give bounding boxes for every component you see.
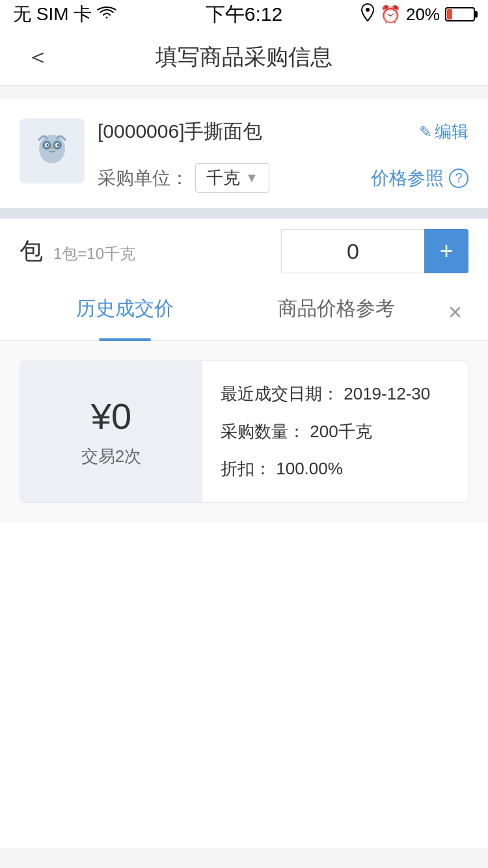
dropdown-arrow-icon: ▼ — [245, 170, 258, 185]
recent-date-value: 2019-12-30 — [344, 384, 430, 403]
alarm-icon: ⏰ — [380, 5, 401, 25]
quantity-input[interactable] — [281, 229, 424, 273]
product-name-row: [0000006]手撕面包 ✎ 编辑 — [98, 118, 468, 145]
history-trades: 交易2次 — [81, 445, 141, 468]
product-header: [0000006]手撕面包 ✎ 编辑 采购单位： 千克 ▼ 价格参照 ? — [20, 118, 468, 193]
quantity-row: 包 1包=10千克 + — [0, 219, 488, 284]
help-icon: ? — [449, 169, 468, 188]
history-content: ¥0 交易2次 最近成交日期： 2019-12-30 采购数量： 200千克 折… — [0, 341, 488, 522]
quantity-label: 包 1包=10千克 — [20, 236, 135, 267]
product-image — [20, 118, 85, 183]
edit-label: 编辑 — [435, 120, 468, 143]
tab-history-price[interactable]: 历史成交价 — [20, 284, 230, 341]
purchase-quantity-value: 200千克 — [310, 422, 372, 441]
quantity-row-detail: 采购数量： 200千克 — [221, 418, 450, 446]
product-unit-row: 采购单位： 千克 ▼ 价格参照 ? — [98, 163, 468, 193]
history-price: ¥0 — [91, 395, 131, 437]
discount-value: 100.00% — [276, 459, 343, 478]
unit-value: 千克 — [206, 167, 240, 189]
product-info: [0000006]手撕面包 ✎ 编辑 采购单位： 千克 ▼ 价格参照 ? — [98, 118, 468, 193]
product-name: [0000006]手撕面包 — [98, 118, 262, 145]
recent-date-row: 最近成交日期： 2019-12-30 — [221, 381, 450, 408]
price-symbol: ¥ — [91, 396, 111, 437]
nav-bar: ＜ 填写商品采购信息 — [0, 29, 488, 86]
carrier-text: 无 SIM 卡 — [13, 2, 92, 27]
history-card: ¥0 交易2次 最近成交日期： 2019-12-30 采购数量： 200千克 折… — [20, 360, 468, 503]
svg-point-6 — [47, 144, 49, 146]
gray-divider — [0, 208, 488, 219]
quantity-input-wrapper: + — [281, 229, 468, 273]
battery-percent: 20% — [406, 5, 440, 25]
tabs-header: 历史成交价 商品价格参考 × — [0, 284, 488, 341]
location-icon — [360, 3, 375, 26]
product-thumbnail — [33, 128, 72, 174]
discount-row: 折扣： 100.00% — [221, 455, 450, 483]
status-left: 无 SIM 卡 — [13, 2, 116, 27]
price-ref-button[interactable]: 价格参照 ? — [371, 166, 468, 191]
back-button[interactable]: ＜ — [20, 34, 56, 79]
status-right: ⏰ 20% — [360, 3, 475, 26]
tab-history-label: 历史成交价 — [76, 295, 174, 322]
purchase-quantity-label: 采购数量： — [221, 422, 305, 441]
page-title: 填写商品采购信息 — [156, 42, 332, 72]
discount-label: 折扣： — [221, 459, 271, 478]
wifi-icon — [97, 4, 116, 25]
unit-select[interactable]: 千克 ▼ — [195, 163, 269, 193]
bottom-area — [0, 522, 488, 848]
plus-icon: + — [439, 237, 453, 265]
price-ref-label: 价格参照 — [371, 166, 444, 191]
tabs-panel: 历史成交价 商品价格参考 × ¥0 交易2次 最近成交日期： 2019-12-3… — [0, 284, 488, 522]
plus-button[interactable]: + — [424, 229, 468, 273]
edit-button[interactable]: ✎ 编辑 — [419, 120, 468, 143]
tab-price-ref-label: 商品价格参考 — [278, 295, 395, 322]
quantity-unit-small: 1包=10千克 — [53, 243, 135, 264]
tabs-close-button[interactable]: × — [442, 292, 468, 332]
status-bar: 无 SIM 卡 下午6:12 ⏰ 20% — [0, 0, 488, 29]
edit-icon: ✎ — [419, 123, 432, 141]
svg-point-7 — [57, 144, 59, 146]
svg-point-0 — [366, 8, 370, 12]
price-number: 0 — [111, 396, 131, 437]
battery-icon — [445, 7, 475, 21]
history-price-section: ¥0 交易2次 — [20, 361, 202, 502]
recent-date-label: 最近成交日期： — [221, 384, 339, 403]
quantity-unit-big: 包 — [20, 236, 43, 267]
history-detail-section: 最近成交日期： 2019-12-30 采购数量： 200千克 折扣： 100.0… — [202, 361, 468, 502]
tab-price-ref[interactable]: 商品价格参考 — [230, 284, 441, 341]
status-time: 下午6:12 — [206, 1, 282, 28]
product-card: [0000006]手撕面包 ✎ 编辑 采购单位： 千克 ▼ 价格参照 ? — [0, 99, 488, 208]
unit-label: 采购单位： — [98, 166, 189, 191]
